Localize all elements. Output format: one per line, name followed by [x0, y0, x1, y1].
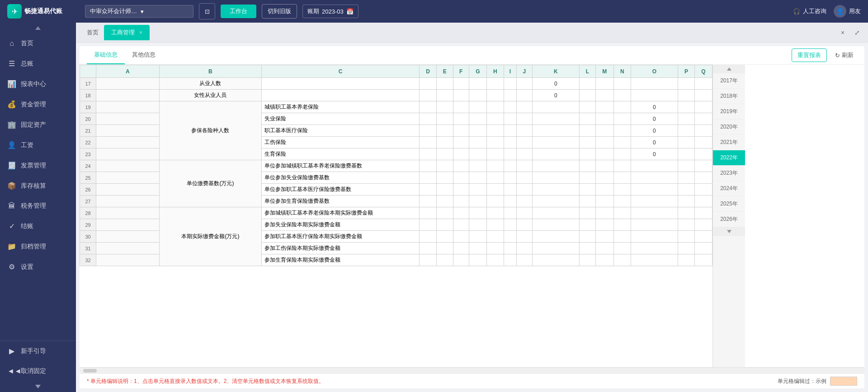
sub-tab-other[interactable]: 其他信息 — [125, 46, 163, 64]
table-cell-a[interactable] — [96, 207, 160, 219]
table-cell[interactable] — [504, 196, 517, 207]
table-cell-a[interactable] — [96, 148, 160, 160]
table-cell-c[interactable]: 生育保险 — [262, 148, 420, 160]
table-cell[interactable] — [694, 101, 712, 113]
table-cell[interactable] — [595, 184, 613, 196]
sidebar-item-ledger[interactable]: ☰ 总账 — [0, 53, 76, 74]
table-cell[interactable] — [453, 90, 469, 101]
table-cell[interactable] — [580, 78, 595, 90]
table-cell-a[interactable] — [96, 196, 160, 207]
table-cell-c[interactable] — [262, 90, 420, 101]
table-cell-c[interactable]: 职工基本医疗保险 — [262, 125, 420, 137]
year-nav-up[interactable] — [713, 65, 745, 73]
table-cell-o[interactable] — [631, 254, 678, 266]
sidebar-item-reports[interactable]: 📊 报表中心 — [0, 74, 76, 94]
table-cell[interactable] — [694, 125, 712, 137]
table-cell-k[interactable] — [532, 148, 580, 160]
table-cell[interactable] — [504, 207, 517, 219]
sidebar-item-home[interactable]: ⌂ 首页 — [0, 33, 76, 53]
year-nav-down[interactable] — [713, 227, 745, 236]
year-item-2020年[interactable]: 2020年 — [713, 120, 745, 135]
table-cell[interactable] — [580, 243, 595, 254]
table-cell[interactable] — [420, 113, 437, 125]
table-cell-o[interactable]: 0 — [631, 101, 678, 113]
table-cell[interactable] — [613, 207, 631, 219]
table-cell-k[interactable] — [532, 254, 580, 266]
table-cell[interactable] — [486, 148, 504, 160]
table-cell[interactable] — [420, 125, 437, 137]
table-cell[interactable] — [580, 148, 595, 160]
tab-commerce[interactable]: 工商管理 × — [104, 25, 150, 40]
table-cell[interactable] — [517, 101, 532, 113]
sidebar-item-tax[interactable]: 🏛 税务管理 — [0, 196, 76, 216]
table-cell[interactable] — [420, 219, 437, 231]
table-cell[interactable] — [613, 148, 631, 160]
table-cell[interactable] — [517, 148, 532, 160]
table-cell[interactable] — [469, 78, 487, 90]
table-cell-b[interactable]: 单位缴费基数(万元) — [159, 160, 262, 207]
table-cell[interactable] — [595, 101, 613, 113]
table-cell-c[interactable]: 参加失业保险本期实际缴费金额 — [262, 219, 420, 231]
table-cell[interactable] — [436, 219, 453, 231]
table-cell[interactable] — [436, 184, 453, 196]
table-cell[interactable] — [486, 113, 504, 125]
table-cell[interactable] — [469, 113, 487, 125]
table-cell[interactable] — [453, 78, 469, 90]
table-cell[interactable] — [453, 196, 469, 207]
table-cell[interactable] — [504, 148, 517, 160]
table-cell[interactable] — [453, 137, 469, 148]
table-cell[interactable] — [420, 243, 437, 254]
table-cell[interactable] — [453, 184, 469, 196]
table-cell[interactable] — [580, 90, 595, 101]
table-cell-o[interactable]: 0 — [631, 125, 678, 137]
table-cell[interactable] — [580, 137, 595, 148]
table-cell[interactable] — [694, 78, 712, 90]
table-cell[interactable] — [469, 243, 487, 254]
table-cell[interactable] — [486, 172, 504, 184]
table-cell[interactable] — [517, 90, 532, 101]
table-cell[interactable] — [678, 125, 695, 137]
tab-home[interactable]: 首页 — [81, 25, 104, 40]
table-cell[interactable] — [678, 90, 695, 101]
table-cell[interactable] — [420, 137, 437, 148]
table-cell[interactable] — [694, 231, 712, 243]
table-cell-o[interactable] — [631, 207, 678, 219]
table-cell[interactable] — [486, 243, 504, 254]
table-cell[interactable] — [504, 160, 517, 172]
table-cell[interactable] — [486, 90, 504, 101]
year-item-2017年[interactable]: 2017年 — [713, 73, 745, 89]
table-cell-c[interactable]: 城镇职工基本养老保险 — [262, 101, 420, 113]
table-cell-a[interactable] — [96, 184, 160, 196]
table-cell[interactable] — [469, 148, 487, 160]
table-cell-a[interactable] — [96, 231, 160, 243]
table-cell[interactable] — [420, 254, 437, 266]
table-cell[interactable] — [613, 172, 631, 184]
table-cell[interactable] — [486, 231, 504, 243]
table-cell-c[interactable]: 参加职工基本医疗保险本期实际缴费金额 — [262, 231, 420, 243]
table-cell-a[interactable] — [96, 101, 160, 113]
table-cell-c[interactable]: 单位参加失业保险缴费基数 — [262, 172, 420, 184]
table-cell-b[interactable]: 从业人数 — [159, 78, 262, 90]
table-cell[interactable] — [469, 207, 487, 219]
table-cell[interactable] — [580, 207, 595, 219]
table-cell[interactable] — [517, 231, 532, 243]
table-cell[interactable] — [678, 148, 695, 160]
table-cell[interactable] — [436, 101, 453, 113]
sidebar-item-settings[interactable]: ⚙ 设置 — [0, 257, 76, 277]
expand-button[interactable]: ⤢ — [852, 27, 863, 38]
table-cell[interactable] — [469, 137, 487, 148]
table-cell[interactable] — [504, 231, 517, 243]
table-cell[interactable] — [580, 184, 595, 196]
table-cell[interactable] — [504, 184, 517, 196]
table-cell[interactable] — [436, 231, 453, 243]
table-cell-c[interactable]: 参加城镇职工基本养老保险本期实际缴费金额 — [262, 207, 420, 219]
sidebar-scroll-down[interactable] — [0, 381, 76, 392]
table-cell-a[interactable] — [96, 125, 160, 137]
period-selector[interactable]: 账期 2023-03 📅 — [302, 5, 359, 18]
table-cell[interactable] — [694, 90, 712, 101]
table-cell[interactable] — [436, 113, 453, 125]
table-cell[interactable] — [504, 254, 517, 266]
table-cell[interactable] — [486, 137, 504, 148]
horizontal-scrollbar[interactable] — [80, 367, 864, 373]
table-cell-k[interactable] — [532, 207, 580, 219]
